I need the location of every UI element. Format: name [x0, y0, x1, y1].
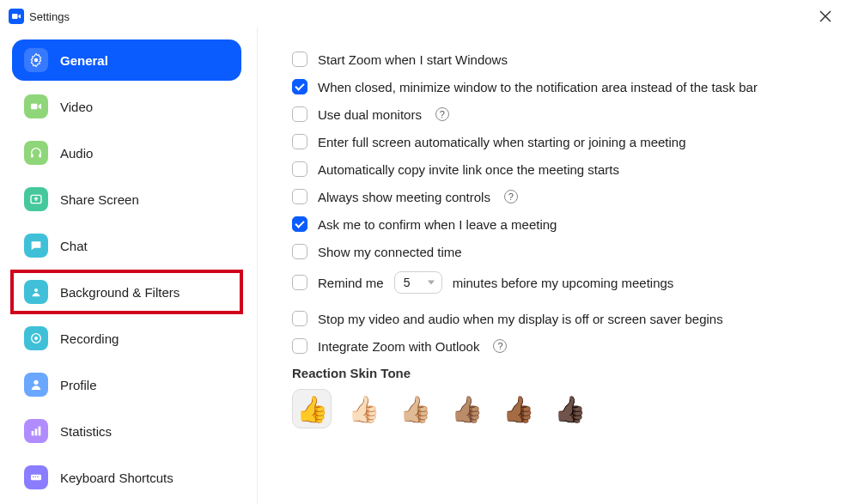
help-icon[interactable]: ?	[504, 190, 518, 203]
sidebar-item-video[interactable]: Video	[12, 86, 241, 127]
svg-point-11	[33, 380, 38, 385]
svg-rect-18	[37, 477, 38, 477]
recording-icon	[24, 326, 48, 350]
sidebar-item-label: Profile	[60, 378, 97, 392]
sidebar-item-label: Audio	[60, 146, 93, 161]
sidebar-item-general[interactable]: General	[12, 39, 241, 81]
settings-content: Start Zoom when I start Windows When clo…	[258, 27, 846, 504]
sidebar-item-keyboard-shortcuts[interactable]: Keyboard Shortcuts	[12, 457, 241, 498]
option-label: Use dual monitors	[318, 107, 422, 122]
svg-rect-5	[31, 154, 33, 157]
skin-tone-option-5[interactable]: 👍🏿	[550, 389, 589, 428]
sidebar-item-label: Recording	[60, 331, 119, 346]
sidebar-item-audio[interactable]: Audio	[12, 132, 241, 173]
svg-point-3	[34, 58, 39, 63]
sidebar-item-label: Background & Filters	[60, 285, 180, 300]
svg-rect-13	[35, 428, 38, 435]
gear-icon	[24, 48, 48, 72]
option-label: Stop my video and audio when my display …	[318, 312, 723, 326]
titlebar: Settings	[0, 0, 846, 27]
titlebar-left: Settings	[9, 9, 70, 24]
sidebar-item-background-filters[interactable]: Background & Filters	[12, 271, 241, 313]
skin-tone-option-4[interactable]: 👍🏾	[498, 389, 538, 428]
sidebar-item-share-screen[interactable]: Share Screen	[12, 179, 241, 220]
profile-icon	[24, 373, 48, 397]
checkbox-full-screen[interactable]	[292, 134, 307, 149]
help-icon[interactable]: ?	[435, 107, 449, 121]
keyboard-icon	[24, 465, 48, 489]
option-show-controls: Always show meeting controls ?	[292, 189, 812, 204]
svg-rect-6	[39, 154, 41, 157]
checkbox-remind[interactable]	[292, 275, 307, 290]
skin-tone-row: 👍 👍🏻 👍🏼 👍🏽 👍🏾 👍🏿	[292, 389, 812, 428]
option-confirm-leave: Ask me to confirm when I leave a meeting	[292, 216, 812, 232]
svg-rect-14	[39, 427, 41, 436]
skin-tone-option-0[interactable]: 👍	[292, 389, 332, 428]
main-container: General Video Audio Share Screen Chat	[0, 27, 846, 504]
option-label: Automatically copy invite link once the …	[318, 162, 619, 177]
option-stop-video-audio: Stop my video and audio when my display …	[292, 311, 812, 326]
checkbox-dual-monitors[interactable]	[292, 106, 307, 122]
sidebar-item-label: Video	[60, 100, 93, 114]
skin-tone-option-1[interactable]: 👍🏻	[344, 389, 383, 428]
option-connected-time: Show my connected time	[292, 244, 812, 259]
svg-rect-12	[32, 431, 34, 435]
reaction-skin-tone-heading: Reaction Skin Tone	[292, 366, 812, 380]
option-label: When closed, minimize window to the noti…	[318, 80, 758, 94]
skin-tone-option-2[interactable]: 👍🏼	[395, 389, 435, 428]
checkbox-minimize-to-tray[interactable]	[292, 79, 307, 94]
option-minimize-to-tray: When closed, minimize window to the noti…	[292, 79, 812, 94]
option-outlook: Integrate Zoom with Outlook ?	[292, 338, 812, 354]
checkbox-connected-time[interactable]	[292, 244, 307, 259]
svg-rect-16	[33, 477, 33, 477]
skin-tone-option-3[interactable]: 👍🏽	[447, 389, 486, 428]
share-screen-icon	[24, 187, 48, 211]
svg-rect-0	[12, 14, 18, 19]
checkbox-confirm-leave[interactable]	[292, 216, 307, 232]
sidebar-item-label: General	[60, 53, 108, 68]
checkbox-outlook[interactable]	[292, 338, 307, 354]
sidebar-item-label: Chat	[60, 239, 88, 253]
sidebar-item-label: Statistics	[60, 424, 112, 439]
sidebar-item-statistics[interactable]: Statistics	[12, 410, 241, 452]
statistics-icon	[24, 419, 48, 443]
dropdown-value: 5	[404, 276, 411, 289]
help-icon[interactable]: ?	[493, 339, 507, 353]
checkbox-show-controls[interactable]	[292, 189, 307, 204]
remind-minutes-dropdown[interactable]: 5	[394, 271, 442, 294]
option-copy-invite: Automatically copy invite link once the …	[292, 161, 812, 177]
svg-point-10	[34, 337, 38, 340]
sidebar: General Video Audio Share Screen Chat	[0, 27, 258, 504]
video-icon	[24, 94, 48, 118]
option-remind: Remind me 5 minutes before my upcoming m…	[292, 271, 812, 294]
option-label: Always show meeting controls	[318, 190, 490, 204]
checkbox-stop-video-audio[interactable]	[292, 311, 307, 326]
option-label-suffix: minutes before my upcoming meetings	[453, 276, 674, 290]
option-label: Enter full screen automatically when sta…	[318, 135, 686, 149]
option-label: Start Zoom when I start Windows	[318, 52, 508, 67]
option-label: Ask me to confirm when I leave a meeting	[318, 217, 557, 232]
option-full-screen: Enter full screen automatically when sta…	[292, 134, 812, 149]
sidebar-item-profile[interactable]: Profile	[12, 364, 241, 405]
svg-rect-17	[35, 477, 36, 477]
option-label-prefix: Remind me	[318, 276, 384, 290]
close-button[interactable]	[815, 6, 836, 27]
option-label: Integrate Zoom with Outlook	[318, 339, 479, 354]
option-dual-monitors: Use dual monitors ?	[292, 106, 812, 122]
chat-icon	[24, 234, 48, 258]
option-label: Show my connected time	[318, 245, 462, 259]
svg-rect-4	[31, 104, 37, 110]
checkbox-start-with-windows[interactable]	[292, 52, 307, 67]
background-icon	[24, 280, 48, 304]
sidebar-item-label: Share Screen	[60, 192, 139, 207]
app-icon	[9, 9, 24, 24]
svg-point-8	[34, 288, 38, 292]
sidebar-item-chat[interactable]: Chat	[12, 225, 241, 266]
sidebar-item-recording[interactable]: Recording	[12, 318, 241, 359]
sidebar-item-label: Keyboard Shortcuts	[60, 471, 173, 485]
checkbox-copy-invite[interactable]	[292, 161, 307, 177]
headphones-icon	[24, 141, 48, 165]
option-start-with-windows: Start Zoom when I start Windows	[292, 52, 812, 67]
window-title: Settings	[29, 10, 70, 23]
